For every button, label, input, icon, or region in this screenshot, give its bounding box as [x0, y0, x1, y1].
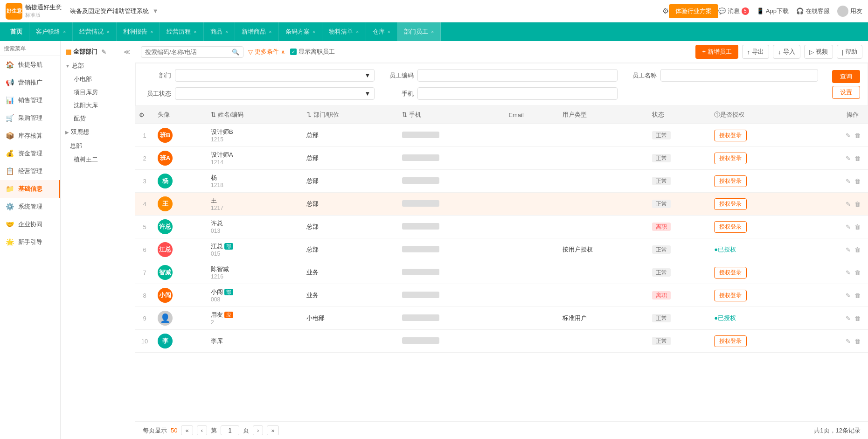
tab-employees[interactable]: 部门员工 × [397, 22, 441, 41]
show-resigned-toggle[interactable]: ✓ 显示离职员工 [290, 48, 335, 56]
dept-item-shenyang[interactable]: 沈阳大库 [61, 99, 135, 112]
sidebar-item-finance[interactable]: 💰 资金管理 [0, 145, 60, 162]
edit-icon[interactable]: ✎ [846, 223, 851, 230]
service-button[interactable]: 🎧 在线客服 [796, 7, 830, 15]
sidebar-item-inventory[interactable]: 📦 库存核算 [0, 127, 60, 145]
video-button[interactable]: ▷ 视频 [804, 45, 833, 59]
dept-item-xiaodian[interactable]: 小电部 [61, 73, 135, 86]
auth-login-button[interactable]: 授权登录 [714, 175, 747, 187]
tab-goods[interactable]: 商品 × [204, 22, 235, 41]
delete-icon[interactable]: 🗑 [854, 155, 861, 162]
tab-close-icon[interactable]: × [150, 29, 153, 35]
sidebar-item-marketing[interactable]: 📢 营销推广 [0, 74, 60, 91]
tab-bom[interactable]: 物料清单 × [322, 22, 366, 41]
phone-filter-input[interactable] [417, 87, 617, 100]
auth-login-button[interactable]: 授权登录 [714, 153, 747, 164]
auth-login-button[interactable]: 授权登录 [714, 290, 747, 301]
tab-barcode[interactable]: 条码方案 × [279, 22, 322, 41]
more-filter-button[interactable]: ▽ 更多条件 ∧ [248, 48, 285, 56]
delete-icon[interactable]: 🗑 [854, 315, 861, 322]
tab-add-goods[interactable]: 新增商品 × [235, 22, 278, 41]
col-dept[interactable]: ⇅ 部门/职位 [303, 106, 398, 124]
delete-icon[interactable]: 🗑 [854, 132, 861, 139]
delete-icon[interactable]: 🗑 [854, 246, 861, 253]
sidebar-item-system[interactable]: ⚙️ 系统管理 [0, 198, 60, 216]
tab-history[interactable]: 经营历程 × [160, 22, 203, 41]
tab-close-icon[interactable]: × [388, 29, 390, 35]
edit-icon[interactable]: ✎ [846, 178, 851, 185]
auth-login-button[interactable]: 授权登录 [714, 130, 747, 141]
edit-icon[interactable]: ✎ [846, 292, 851, 299]
sidebar-item-basic-info[interactable]: 📁 基础信息 [0, 180, 60, 198]
sidebar-item-operations[interactable]: 📋 经营管理 [0, 162, 60, 180]
export-button[interactable]: ↑ 导出 [742, 45, 770, 59]
sidebar-item-sales[interactable]: 📊 销售管理 [0, 91, 60, 109]
dept-item-headquarters[interactable]: 总部 [61, 139, 135, 153]
first-page-button[interactable]: « [181, 425, 193, 435]
edit-icon[interactable]: ✎ [846, 201, 851, 208]
sidebar-item-navigation[interactable]: 🏠 快捷导航 [0, 56, 60, 74]
query-button[interactable]: 查询 [832, 70, 860, 83]
edit-icon[interactable]: ✎ [846, 269, 851, 276]
sidebar-item-purchase[interactable]: 🛒 采购管理 [0, 109, 60, 127]
tab-close-icon[interactable]: × [63, 29, 66, 35]
dept-edit-icon[interactable]: ✎ [101, 49, 106, 56]
dropdown-arrow-icon[interactable]: ▼ [153, 7, 159, 14]
sidebar-search-input[interactable] [4, 45, 61, 52]
dept-group-general-header[interactable]: ▼ 总部 [61, 59, 135, 73]
app-download-button[interactable]: 📱 App下载 [757, 7, 789, 15]
message-button[interactable]: 💬 消息 5 [718, 7, 749, 15]
auth-login-button[interactable]: 授权登录 [714, 198, 747, 210]
page-input[interactable] [221, 425, 239, 435]
delete-icon[interactable]: 🗑 [854, 269, 861, 276]
tab-close-icon[interactable]: × [269, 29, 271, 35]
edit-icon[interactable]: ✎ [846, 338, 851, 345]
delete-icon[interactable]: 🗑 [854, 201, 861, 208]
tab-home[interactable]: 首页 [4, 22, 29, 41]
tab-close-icon[interactable]: × [225, 29, 228, 35]
sidebar-item-guide[interactable]: 🌟 新手引导 [0, 233, 60, 251]
tab-operations[interactable]: 经营情况 × [73, 22, 116, 41]
search-input[interactable] [145, 49, 230, 56]
edit-icon[interactable]: ✎ [846, 155, 851, 162]
last-page-button[interactable]: » [267, 425, 278, 435]
next-page-button[interactable]: › [253, 425, 263, 435]
dept-item-distribution[interactable]: 配货 [61, 112, 135, 125]
edit-icon[interactable]: ✎ [846, 132, 851, 139]
dept-filter-select[interactable]: ▼ [175, 69, 375, 82]
settings-icon[interactable]: ⚙ [662, 7, 669, 15]
auth-login-button[interactable]: 授权登录 [714, 221, 747, 233]
trial-button[interactable]: 体验行业方案 [669, 4, 718, 18]
help-button[interactable]: | 帮助 [837, 45, 862, 59]
dept-group-shuanglu-header[interactable]: ▶ 双鹿想 [61, 125, 135, 139]
auth-login-button[interactable]: 授权登录 [714, 335, 747, 347]
import-button[interactable]: ↓ 导入 [773, 45, 800, 59]
auth-login-button[interactable]: 授权登录 [714, 267, 747, 279]
edit-icon[interactable]: ✎ [846, 315, 851, 322]
tab-customer[interactable]: 客户联络 × [29, 22, 73, 41]
delete-icon[interactable]: 🗑 [854, 338, 861, 345]
empname-filter-input[interactable] [660, 69, 818, 82]
tab-close-icon[interactable]: × [312, 29, 315, 35]
tab-close-icon[interactable]: × [106, 29, 109, 35]
col-phone[interactable]: ⇅ 手机 [398, 106, 505, 124]
col-settings[interactable]: ⚙ [135, 106, 154, 124]
tab-close-icon[interactable]: × [356, 29, 359, 35]
sidebar-item-collab[interactable]: 🤝 企业协同 [0, 216, 60, 233]
delete-icon[interactable]: 🗑 [854, 223, 861, 230]
edit-icon[interactable]: ✎ [846, 246, 851, 253]
empcode-filter-input[interactable] [417, 69, 617, 82]
add-employee-button[interactable]: + 新增员工 [695, 45, 738, 59]
dept-item-planting[interactable]: 植树王二 [61, 153, 135, 166]
set-button[interactable]: 设置 [832, 86, 860, 99]
delete-icon[interactable]: 🗑 [854, 178, 861, 185]
tab-profit[interactable]: 利润报告 × [117, 22, 160, 41]
dept-collapse-icon[interactable]: ≪ [124, 49, 130, 56]
prev-page-button[interactable]: ‹ [197, 425, 207, 435]
dept-item-project[interactable]: 项目库房 [61, 86, 135, 99]
user-menu[interactable]: 用友 [837, 6, 862, 17]
status-filter-select[interactable]: ▼ [175, 87, 375, 100]
tab-close-icon[interactable]: × [194, 29, 196, 35]
delete-icon[interactable]: 🗑 [854, 292, 861, 299]
tab-close-icon[interactable]: × [431, 29, 434, 35]
